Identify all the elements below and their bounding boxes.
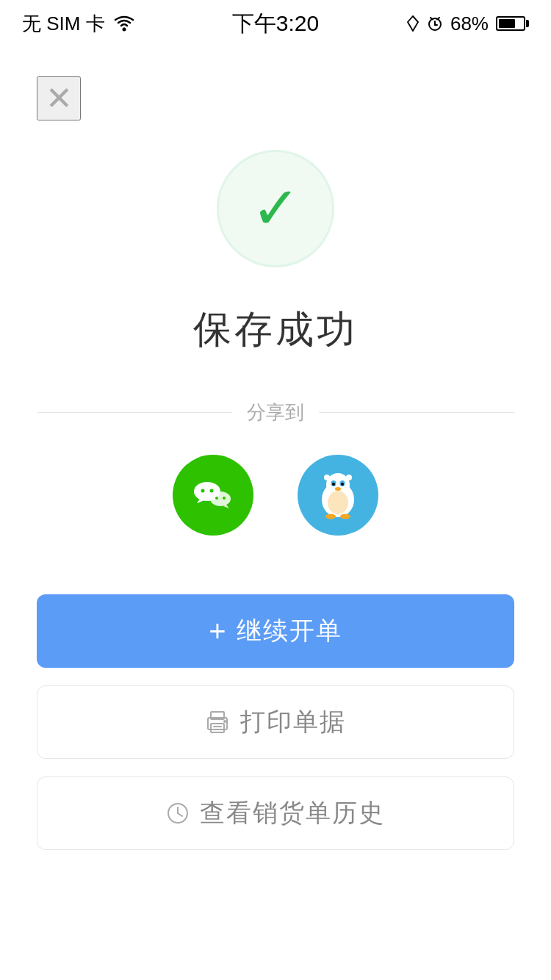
- svg-point-0: [122, 28, 126, 32]
- print-button[interactable]: 打印单据: [37, 685, 514, 759]
- success-icon-circle: ✓: [217, 150, 334, 267]
- checkmark-icon: ✓: [251, 179, 300, 238]
- svg-rect-26: [211, 724, 224, 732]
- location-icon: [406, 15, 419, 32]
- status-bar: 无 SIM 卡 下午3:20 68%: [0, 0, 551, 47]
- carrier-text: 无 SIM 卡: [22, 11, 105, 37]
- plus-icon: +: [209, 616, 226, 646]
- wechat-icon: [188, 474, 238, 516]
- status-left: 无 SIM 卡: [22, 11, 134, 37]
- svg-point-19: [328, 491, 348, 514]
- svg-point-15: [332, 483, 335, 486]
- svg-line-32: [178, 813, 182, 816]
- battery-text: 68%: [450, 12, 489, 35]
- svg-point-20: [325, 514, 336, 519]
- continue-button[interactable]: + 继续开单: [37, 594, 514, 668]
- svg-point-22: [324, 475, 330, 480]
- wifi-icon: [114, 15, 134, 32]
- close-icon: ✕: [46, 82, 73, 115]
- svg-point-7: [201, 489, 205, 493]
- print-icon: [205, 710, 230, 734]
- svg-point-23: [346, 475, 352, 480]
- history-button[interactable]: 查看销货单历史: [37, 777, 514, 850]
- svg-point-18: [335, 487, 341, 491]
- svg-point-9: [210, 491, 231, 506]
- close-button[interactable]: ✕: [37, 76, 81, 120]
- alarm-icon: [427, 15, 443, 32]
- history-icon: [166, 801, 190, 825]
- svg-point-17: [341, 483, 344, 486]
- svg-rect-27: [213, 726, 222, 727]
- history-button-label: 查看销货单历史: [200, 796, 385, 830]
- status-time: 下午3:20: [232, 9, 319, 39]
- svg-point-21: [340, 514, 350, 519]
- share-divider: 分享到: [37, 400, 514, 425]
- qq-icon: [314, 469, 361, 522]
- share-icons-row: [173, 455, 378, 536]
- print-button-label: 打印单据: [240, 705, 346, 739]
- success-title: 保存成功: [193, 304, 358, 356]
- svg-point-29: [223, 720, 226, 723]
- main-content: ✕ ✓ 保存成功 分享到: [0, 47, 551, 894]
- continue-button-label: 继续开单: [237, 614, 342, 648]
- share-label: 分享到: [232, 400, 319, 425]
- svg-rect-28: [213, 729, 219, 730]
- svg-point-8: [210, 489, 214, 493]
- wechat-share-button[interactable]: [173, 455, 253, 536]
- svg-point-10: [215, 497, 218, 500]
- qq-share-button[interactable]: [298, 455, 378, 536]
- battery-icon: [496, 16, 529, 31]
- action-buttons: + 继续开单 打印单据 查看销货单历史: [37, 594, 514, 850]
- svg-point-11: [223, 497, 226, 500]
- status-right: 68%: [406, 12, 529, 35]
